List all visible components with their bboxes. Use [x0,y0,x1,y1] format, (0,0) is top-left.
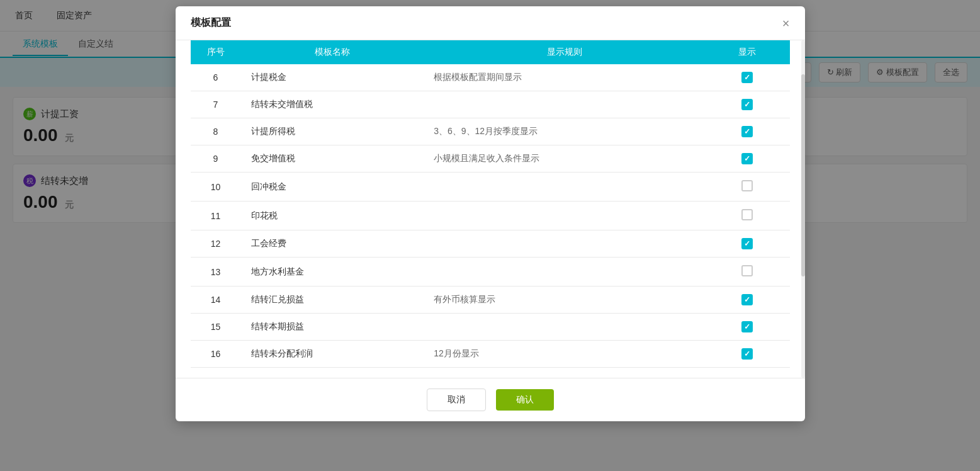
seq-7: 13 [191,258,241,287]
checkbox-5[interactable] [741,209,753,220]
dialog-title: 模板配置 [191,16,231,30]
rule-6 [424,230,705,258]
dialog-close-button[interactable]: × [782,17,790,30]
confirm-button[interactable]: 确认 [496,389,554,411]
col-seq: 序号 [191,40,241,64]
display-col-9 [705,314,789,341]
col-name: 模板名称 [241,40,424,64]
checkbox-10[interactable] [741,348,753,360]
display-col-6 [705,230,789,258]
checkbox-2[interactable] [741,126,753,137]
table-row: 11印花税 [191,201,790,230]
display-col-0 [705,64,789,91]
seq-10: 16 [191,341,241,368]
display-col-5 [705,201,789,230]
checkbox-6[interactable] [741,238,753,249]
checkbox-7[interactable] [741,265,753,276]
name-8: 结转汇兑损益 [241,287,424,314]
scrollbar-thumb[interactable] [801,74,805,277]
rule-5 [424,201,705,230]
table-row: 15结转本期损益 [191,314,790,341]
checkbox-1[interactable] [741,99,753,110]
rule-4 [424,173,705,201]
display-col-4 [705,173,789,201]
name-7: 地方水利基金 [241,258,424,287]
name-3: 免交增值税 [241,145,424,173]
config-table: 序号 模板名称 显示规则 显示 6计提税金根据模板配置期间显示7结转未交增值税8… [191,40,790,368]
modal-overlay: 模板配置 × 序号 模板名称 显示规则 显示 6计提税金根据模板配置期间显示7结… [0,0,980,471]
seq-3: 9 [191,145,241,173]
display-col-3 [705,145,789,173]
seq-5: 11 [191,201,241,230]
name-2: 计提所得税 [241,118,424,145]
table-header-row: 序号 模板名称 显示规则 显示 [191,40,790,64]
dialog-body: 序号 模板名称 显示规则 显示 6计提税金根据模板配置期间显示7结转未交增值税8… [176,40,805,378]
name-4: 回冲税金 [241,173,424,201]
table-row: 8计提所得税3、6、9、12月按季度显示 [191,118,790,145]
rule-8: 有外币核算显示 [424,287,705,314]
seq-9: 15 [191,314,241,341]
name-0: 计提税金 [241,64,424,91]
template-config-dialog: 模板配置 × 序号 模板名称 显示规则 显示 6计提税金根据模板配置期间显示7结… [176,6,805,421]
seq-6: 12 [191,230,241,258]
checkbox-0[interactable] [741,72,753,83]
rule-0: 根据模板配置期间显示 [424,64,705,91]
name-6: 工会经费 [241,230,424,258]
name-5: 印花税 [241,201,424,230]
rule-2: 3、6、9、12月按季度显示 [424,118,705,145]
dialog-footer: 取消 确认 [176,378,805,421]
table-row: 13地方水利基金 [191,258,790,287]
checkbox-9[interactable] [741,321,753,332]
seq-4: 10 [191,173,241,201]
seq-0: 6 [191,64,241,91]
table-row: 6计提税金根据模板配置期间显示 [191,64,790,91]
name-10: 结转未分配利润 [241,341,424,368]
table-row: 9免交增值税小规模且满足收入条件显示 [191,145,790,173]
table-row: 12工会经费 [191,230,790,258]
table-row: 16结转未分配利润12月份显示 [191,341,790,368]
scrollbar[interactable] [801,40,805,378]
rule-1 [424,91,705,118]
dialog-header: 模板配置 × [176,6,805,40]
seq-8: 14 [191,287,241,314]
name-9: 结转本期损益 [241,314,424,341]
display-col-10 [705,341,789,368]
display-col-2 [705,118,789,145]
checkbox-8[interactable] [741,294,753,305]
table-row: 10回冲税金 [191,173,790,201]
rule-10: 12月份显示 [424,341,705,368]
rule-9 [424,314,705,341]
display-col-8 [705,287,789,314]
table-row: 14结转汇兑损益有外币核算显示 [191,287,790,314]
name-1: 结转未交增值税 [241,91,424,118]
table-row: 7结转未交增值税 [191,91,790,118]
cancel-button[interactable]: 取消 [427,389,486,411]
seq-2: 8 [191,118,241,145]
checkbox-3[interactable] [741,153,753,164]
rule-7 [424,258,705,287]
display-col-1 [705,91,789,118]
col-rule: 显示规则 [424,40,705,64]
display-col-7 [705,258,789,287]
rule-3: 小规模且满足收入条件显示 [424,145,705,173]
seq-1: 7 [191,91,241,118]
checkbox-4[interactable] [741,180,753,191]
col-display: 显示 [705,40,789,64]
